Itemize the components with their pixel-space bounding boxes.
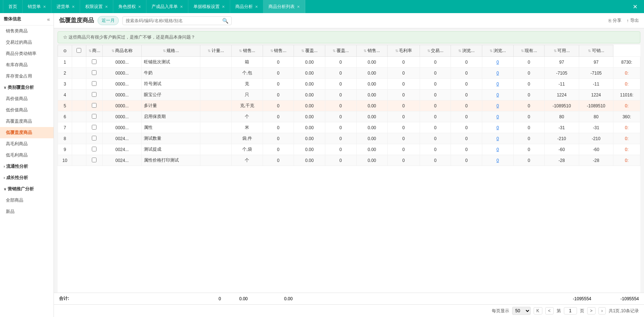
sidebar-item-category-rate[interactable]: 商品分类动销率 [0,48,54,59]
stock2-column-header[interactable]: 可用... [545,45,579,57]
page-input[interactable] [564,307,577,314]
row-checkbox-cell[interactable] [86,133,103,144]
cover1-column-header[interactable]: 覆盖... [294,45,325,57]
sale-amt-column-header[interactable]: 销售... [263,45,294,57]
row-checkbox-cell[interactable] [86,57,103,68]
row-checkbox[interactable] [92,81,97,86]
sidebar-item-capital[interactable]: 库存资金占用 [0,71,54,82]
unit-column-header[interactable]: 计量... [200,45,232,57]
close-icon[interactable]: ✕ [222,5,225,9]
trade-column-header[interactable]: 交易... [420,45,451,57]
nav-tab-purchase[interactable]: 进货单 ✕ [51,0,80,13]
sidebar-item-new-goods[interactable]: 新品 [0,206,54,217]
close-icon[interactable]: ✕ [255,5,258,9]
sale-qty-column-header[interactable]: 销售... [231,45,263,57]
nav-tab-role[interactable]: 角色授权 ✕ [113,0,146,13]
row-checkbox-cell[interactable] [86,68,103,79]
sidebar-group-category-coverage[interactable]: ∨ 类别覆盖分析 [0,82,54,93]
date-filter-button[interactable]: 近一月 [98,16,119,25]
row-checkbox[interactable] [92,125,97,130]
checkbox-column-header[interactable] [72,45,86,57]
close-icon[interactable]: ✕ [43,5,46,9]
sidebar-item-high-coverage[interactable]: 高覆盖度商品 [0,116,54,127]
row-checkbox-cell[interactable] [86,100,103,111]
nav-tab-sales[interactable]: 销货单 ✕ [23,0,51,13]
sidebar-group-marketing[interactable]: ∨ 营销推广分析 [0,183,54,195]
row-view1[interactable]: 0 [482,100,514,111]
row-settings[interactable] [72,122,86,133]
row-checkbox[interactable] [92,114,97,119]
row-settings[interactable] [72,133,86,144]
row-settings[interactable] [72,68,86,79]
row-settings[interactable] [72,79,86,90]
row-settings[interactable] [72,155,86,166]
last-page-button[interactable]: › [598,307,606,314]
sidebar-item-all-goods[interactable]: 全部商品 [0,195,54,206]
next-page-button[interactable]: > [587,307,596,314]
row-view1[interactable]: 0 [482,122,514,133]
share-button[interactable]: ⎘ 分享 [609,17,621,24]
stock1-column-header[interactable]: 现有... [513,45,545,57]
close-icon[interactable]: ✕ [180,5,183,9]
nav-tab-product-in[interactable]: 产成品入库单 ✕ [146,0,188,13]
row-view1[interactable]: 0 [482,111,514,122]
stock3-column-header[interactable]: 可销... [579,45,613,57]
row-view1[interactable]: 0 [482,155,514,166]
close-icon[interactable]: ✕ [297,5,300,9]
sidebar-item-in-stock[interactable]: 有库存商品 [0,59,54,71]
close-icon[interactable]: ✕ [72,5,75,9]
close-icon[interactable]: ✕ [105,5,108,9]
spec-column-header[interactable]: 规格... [141,45,200,57]
prev-page-button[interactable]: < [545,307,554,314]
code-column-header[interactable]: 商... [86,45,103,57]
view2-column-header[interactable]: 浏览... [482,45,514,57]
nav-tab-template[interactable]: 单据模板设置 ✕ [188,0,230,13]
select-all-checkbox[interactable] [76,48,81,53]
row-view1[interactable]: 0 [482,79,514,90]
settings-column-header[interactable]: ⚙ [58,45,72,57]
row-checkbox[interactable] [92,59,97,64]
sidebar-item-high-margin[interactable]: 高毛利商品 [0,138,54,150]
row-checkbox[interactable] [92,147,97,151]
row-checkbox[interactable] [92,136,97,140]
sale3-column-header[interactable]: 销售... [356,45,388,57]
row-checkbox-cell[interactable] [86,122,103,133]
cover2-column-header[interactable]: 覆盖... [325,45,356,57]
sidebar-item-low-value[interactable]: 低价值商品 [0,104,54,116]
row-settings[interactable] [72,100,86,111]
row-checkbox-cell[interactable] [86,79,103,90]
row-checkbox-cell[interactable] [86,111,103,122]
row-settings[interactable] [72,57,86,68]
sidebar-collapse-button[interactable]: « [47,16,50,22]
sidebar-item-sales-goods[interactable]: 销售类商品 [0,25,54,37]
row-settings[interactable] [72,144,86,155]
row-checkbox-cell[interactable] [86,144,103,155]
nav-tab-analysis-list[interactable]: 商品分析列表 ✕ [263,0,305,13]
row-view1[interactable]: 0 [482,57,514,68]
sidebar-item-high-value[interactable]: 高价值商品 [0,93,54,104]
row-settings[interactable] [72,111,86,122]
row-checkbox[interactable] [92,92,97,97]
per-page-select[interactable]: 50 10 20 100 [512,307,531,315]
row-view1[interactable]: 0 [482,68,514,79]
name-column-header[interactable]: 商品名称 [103,45,141,57]
nav-tab-permission[interactable]: 权限设置 ✕ [80,0,113,13]
close-icon[interactable]: ✕ [138,5,141,9]
sidebar-group-growth[interactable]: › 成长性分析 [0,172,54,183]
nav-tab-analysis[interactable]: 商品分析 ✕ [230,0,263,13]
sidebar-item-low-margin[interactable]: 低毛利商品 [0,150,54,161]
row-view1[interactable]: 0 [482,90,514,100]
row-checkbox[interactable] [92,70,97,75]
row-checkbox[interactable] [92,158,97,162]
export-button[interactable]: ↑ 导出 [627,17,639,24]
first-page-button[interactable]: K [534,307,542,314]
gross-column-header[interactable]: 毛利率 [388,45,420,57]
row-view1[interactable]: 0 [482,144,514,155]
row-view1[interactable]: 0 [482,133,514,144]
row-checkbox-cell[interactable] [86,90,103,100]
row-settings[interactable] [72,90,86,100]
sidebar-group-liquidity[interactable]: › 流通性分析 [0,161,54,172]
row-checkbox[interactable] [92,103,97,108]
nav-tab-home[interactable]: 首页 [3,0,23,13]
sidebar-item-low-coverage[interactable]: 低覆盖度商品 [0,127,54,138]
